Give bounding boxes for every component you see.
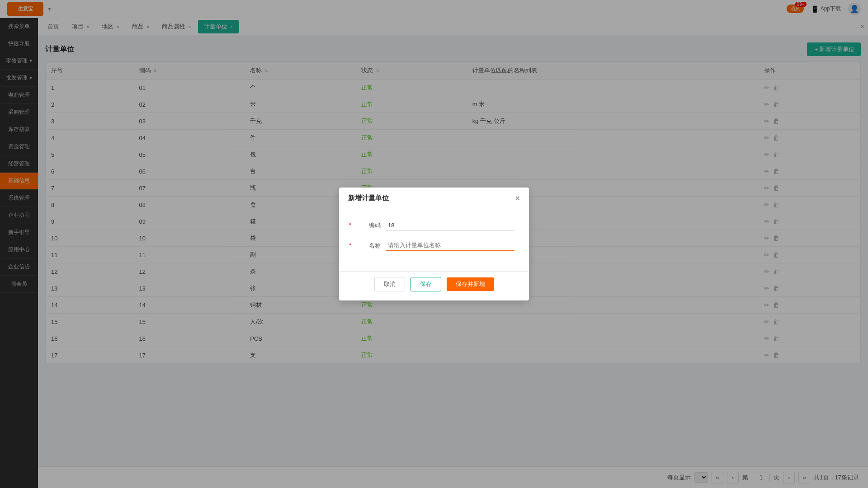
modal-body: 编码 名称 — [339, 209, 529, 271]
add-unit-modal: 新增计量单位 × 编码 名称 取消 保存 保存并新增 — [339, 188, 529, 300]
modal-footer: 取消 保存 保存并新增 — [339, 271, 529, 300]
code-input[interactable] — [386, 220, 514, 231]
cancel-button[interactable]: 取消 — [374, 277, 405, 291]
name-input[interactable] — [386, 240, 514, 251]
code-form-row: 编码 — [354, 220, 514, 231]
name-label: 名称 — [354, 242, 381, 250]
modal-header: 新增计量单位 × — [339, 188, 529, 209]
modal-title: 新增计量单位 — [348, 194, 389, 202]
code-label: 编码 — [354, 221, 381, 230]
name-form-row: 名称 — [354, 240, 514, 251]
modal-close-btn[interactable]: × — [515, 194, 520, 202]
modal-overlay[interactable]: 新增计量单位 × 编码 名称 取消 保存 保存并新增 — [0, 0, 868, 488]
save-and-new-button[interactable]: 保存并新增 — [447, 277, 494, 291]
save-button[interactable]: 保存 — [410, 277, 441, 291]
